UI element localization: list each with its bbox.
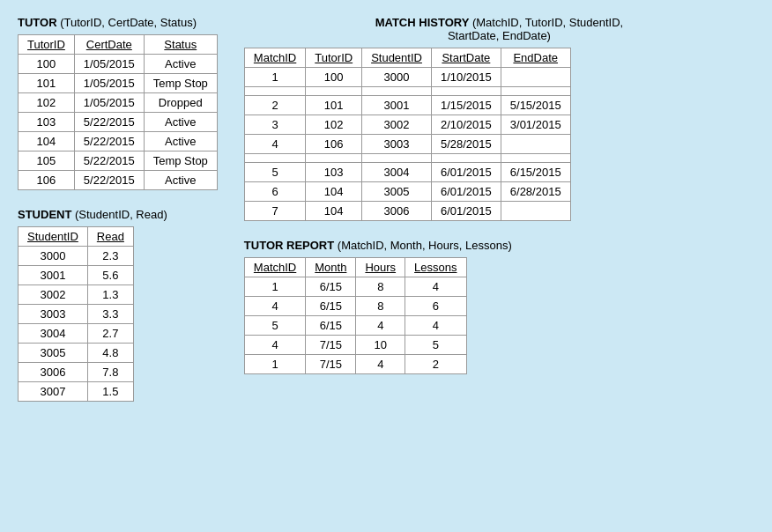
- student-cell-id: 3007: [19, 382, 88, 402]
- mh-cell-tutorid: 104: [306, 202, 362, 221]
- student-cell-read: 3.3: [87, 305, 133, 324]
- tr-col-month: Month: [306, 258, 356, 277]
- match-history-title: MATCH HISTORY (MatchID, TutorID, Student…: [244, 16, 754, 42]
- tutor-header-row: TutorID CertDate Status: [19, 35, 218, 55]
- student-cell-read: 5.6: [87, 266, 133, 285]
- student-row: 30033.3: [19, 305, 134, 324]
- mh-cell-enddate: 3/01/2015: [501, 115, 570, 135]
- mh-cell-studentid: 3000: [362, 68, 432, 87]
- match-history-row: 310230022/10/20153/01/2015: [244, 115, 570, 135]
- mh-cell-studentid: 3005: [362, 182, 432, 202]
- mh-cell-enddate: [501, 87, 570, 96]
- tr-cell-lessons: 4: [405, 316, 466, 336]
- student-row: 30042.7: [19, 324, 134, 344]
- tutor-label: TUTOR: [18, 16, 57, 29]
- tr-col-matchid: MatchID: [244, 258, 305, 277]
- tutor-report-title: TUTOR REPORT (MatchID, Month, Hours, Les…: [244, 239, 754, 252]
- mh-cell-matchid: 6: [244, 182, 305, 202]
- tr-cell-hours: 8: [356, 297, 405, 316]
- tr-cell-lessons: 6: [405, 297, 466, 316]
- match-history-row: 210130011/15/20155/15/2015: [244, 96, 570, 115]
- tutor-section: TUTOR (TutorID, CertDate, Status) TutorI…: [18, 16, 218, 190]
- student-row: 30015.6: [19, 266, 134, 285]
- student-schema: (StudentID, Read): [71, 208, 167, 221]
- tutor-report-label: TUTOR REPORT: [244, 239, 334, 252]
- mh-cell-tutorid: [306, 87, 362, 96]
- match-history-row: 410630035/28/2015: [244, 135, 570, 154]
- student-row: 30071.5: [19, 382, 134, 402]
- mh-col-matchid: MatchID: [244, 48, 305, 68]
- student-header-row: StudentID Read: [19, 227, 134, 247]
- tutor-schema: (TutorID, CertDate, Status): [57, 16, 197, 29]
- student-cell-id: 3004: [19, 324, 88, 344]
- tutor-report-schema: (MatchID, Month, Hours, Lessons): [334, 239, 512, 252]
- tutor-cell-status: Temp Stop: [144, 151, 217, 171]
- tutor-cell-certdate: 5/22/2015: [74, 151, 144, 171]
- tutor-row: 1021/05/2015Dropped: [19, 93, 218, 113]
- match-history-schema: (MatchID, TutorID, StudentID,: [469, 16, 623, 29]
- student-cell-id: 3002: [19, 285, 88, 305]
- tutor-title: TUTOR (TutorID, CertDate, Status): [18, 16, 218, 29]
- mh-cell-tutorid: 100: [306, 68, 362, 87]
- match-history-row: 610430056/01/20156/28/2015: [244, 182, 570, 202]
- tr-cell-lessons: 5: [405, 336, 466, 355]
- match-history-schema2: StartDate, EndDate): [448, 29, 551, 42]
- tutor-report-row: 46/1586: [244, 297, 466, 316]
- student-cell-id: 3005: [19, 344, 88, 363]
- left-column: TUTOR (TutorID, CertDate, Status) TutorI…: [18, 16, 218, 402]
- student-cell-id: 3001: [19, 266, 88, 285]
- tr-cell-month: 6/15: [306, 277, 356, 297]
- tr-cell-hours: 4: [356, 355, 405, 374]
- mh-cell-matchid: 1: [244, 68, 305, 87]
- mh-cell-studentid: 3006: [362, 202, 432, 221]
- tutor-cell-id: 100: [19, 55, 75, 74]
- tutor-cell-id: 103: [19, 113, 75, 132]
- mh-col-tutorid: TutorID: [306, 48, 362, 68]
- mh-cell-enddate: [501, 68, 570, 87]
- main-layout: TUTOR (TutorID, CertDate, Status) TutorI…: [18, 16, 754, 402]
- tutor-cell-certdate: 5/22/2015: [74, 171, 144, 190]
- tutor-col-certdate: CertDate: [74, 35, 144, 55]
- tutor-col-status: Status: [144, 35, 217, 55]
- mh-cell-studentid: 3002: [362, 115, 432, 135]
- tr-cell-matchid: 1: [244, 355, 305, 374]
- mh-cell-startdate: 5/28/2015: [431, 135, 501, 154]
- mh-cell-enddate: [501, 135, 570, 154]
- match-history-row: 110030001/10/2015: [244, 68, 570, 87]
- tutor-cell-id: 106: [19, 171, 75, 190]
- tutor-cell-status: Temp Stop: [144, 74, 217, 93]
- mh-cell-tutorid: 102: [306, 115, 362, 135]
- tutor-cell-certdate: 5/22/2015: [74, 113, 144, 132]
- tutor-cell-status: Active: [144, 113, 217, 132]
- student-cell-read: 2.3: [87, 247, 133, 266]
- tr-cell-matchid: 1: [244, 277, 305, 297]
- mh-cell-startdate: 1/15/2015: [431, 96, 501, 115]
- tutor-cell-status: Dropped: [144, 93, 217, 113]
- student-row: 30002.3: [19, 247, 134, 266]
- student-cell-read: 4.8: [87, 344, 133, 363]
- student-row: 30021.3: [19, 285, 134, 305]
- tutor-cell-certdate: 1/05/2015: [74, 93, 144, 113]
- tutor-row: 1065/22/2015Active: [19, 171, 218, 190]
- tr-cell-month: 7/15: [306, 355, 356, 374]
- mh-cell-enddate: 6/28/2015: [501, 182, 570, 202]
- tr-col-hours: Hours: [356, 258, 405, 277]
- match-history-section: MATCH HISTORY (MatchID, TutorID, Student…: [244, 16, 754, 221]
- mh-cell-studentid: 3003: [362, 135, 432, 154]
- tr-cell-month: 6/15: [306, 316, 356, 336]
- student-table: StudentID Read 30002.330015.630021.33003…: [18, 226, 134, 402]
- student-cell-read: 2.7: [87, 324, 133, 344]
- student-cell-read: 1.5: [87, 382, 133, 402]
- mh-cell-tutorid: 103: [306, 163, 362, 182]
- mh-cell-tutorid: 106: [306, 135, 362, 154]
- mh-cell-studentid: 3004: [362, 163, 432, 182]
- student-row: 30054.8: [19, 344, 134, 363]
- mh-col-studentid: StudentID: [362, 48, 432, 68]
- tutor-cell-certdate: 1/05/2015: [74, 74, 144, 93]
- tr-cell-hours: 4: [356, 316, 405, 336]
- tutor-cell-status: Active: [144, 55, 217, 74]
- tutor-row: 1035/22/2015Active: [19, 113, 218, 132]
- mh-cell-matchid: 5: [244, 163, 305, 182]
- student-col-read: Read: [87, 227, 133, 247]
- mh-cell-studentid: [362, 87, 432, 96]
